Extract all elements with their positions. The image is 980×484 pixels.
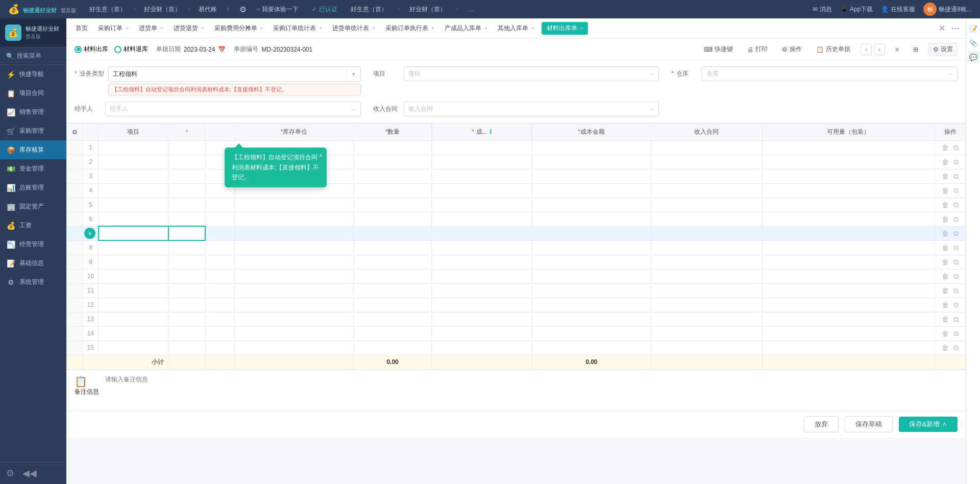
save-new-button[interactable]: 保存&新增 ∧ — [899, 417, 958, 432]
sidebar-item-purchase[interactable]: 🛒 采购管理 — [0, 122, 66, 140]
sidebar-item-ledger[interactable]: 📊 总账管理 — [0, 178, 66, 197]
copy-row-btn[interactable]: ⧉ — [953, 286, 959, 295]
form-settings-btn[interactable]: ⚙ 设置 — [928, 43, 958, 56]
tab-close-purchase-exec[interactable]: × — [431, 26, 434, 31]
sidebar-item-system[interactable]: ⚙ 系统管理 — [0, 273, 66, 292]
delete-row-btn[interactable]: 🗑 — [942, 229, 949, 237]
tab-close-purchase-expense[interactable]: × — [260, 26, 263, 31]
notes-input[interactable] — [105, 375, 958, 390]
cost-price-info-icon[interactable]: ℹ — [489, 128, 492, 135]
copy-row-btn[interactable]: ⧉ — [953, 272, 959, 280]
nav-experience[interactable]: ○ 我要体验一下 — [254, 4, 302, 15]
sidebar-item-project-contract[interactable]: 📋 项目合同 — [0, 84, 66, 103]
nav-settings-icon[interactable]: ⚙ — [236, 4, 250, 15]
tab-close-purchase-stats[interactable]: × — [319, 26, 322, 31]
next-record-btn[interactable]: › — [874, 44, 885, 55]
delete-row-btn[interactable]: 🗑 — [942, 143, 949, 152]
prev-record-btn[interactable]: ‹ — [861, 44, 872, 55]
copy-row-btn[interactable]: ⧉ — [953, 344, 959, 352]
right-sidebar-attach-btn[interactable]: 📎 — [967, 37, 979, 49]
list-view-btn[interactable]: ≡ — [891, 44, 903, 55]
save-draft-button[interactable]: 保存草稿 — [845, 416, 893, 432]
delete-row-btn[interactable]: 🗑 — [942, 201, 949, 209]
nav-good-business2[interactable]: 好生意（首） — [348, 4, 390, 15]
sidebar-item-basic-info[interactable]: 📝 基础信息 — [0, 254, 66, 273]
tab-close-other-receipt[interactable]: × — [531, 26, 534, 31]
copy-row-btn[interactable]: ⧉ — [953, 215, 959, 223]
nav-more[interactable]: … — [465, 5, 477, 14]
table-header-gear[interactable]: ⚙ — [67, 124, 83, 141]
right-sidebar-notes-btn[interactable]: 📝 — [967, 22, 979, 35]
app-download-button[interactable]: 📱 App下载 — [840, 5, 873, 14]
tab-close-goods-return[interactable]: × — [201, 26, 204, 31]
tab-close-purchase-order[interactable]: × — [126, 26, 129, 31]
sidebar-item-inventory[interactable]: 📦 库存核算 — [0, 140, 66, 159]
tab-material-issue[interactable]: 材料出库单× — [542, 22, 589, 35]
sidebar-search[interactable]: 🔍 搜索菜单 — [0, 47, 66, 65]
tab-home[interactable]: 首页 — [72, 22, 91, 35]
copy-row-btn[interactable]: ⧉ — [953, 201, 959, 209]
warehouse-dots[interactable]: ··· — [948, 70, 953, 78]
copy-row-btn[interactable]: ⧉ — [953, 143, 959, 152]
delete-row-btn[interactable]: 🗑 — [942, 258, 949, 266]
tab-close-goods-receipt[interactable]: × — [160, 26, 163, 31]
copy-row-btn[interactable]: ⧉ — [953, 258, 959, 266]
sidebar-item-salary[interactable]: 💰 工资 — [0, 216, 66, 235]
delete-row-btn[interactable]: 🗑 — [942, 315, 949, 323]
tab-purchase-exec[interactable]: 采购订单执行表× — [382, 22, 437, 35]
delete-row-btn[interactable]: 🗑 — [942, 329, 949, 337]
close-all-tabs[interactable]: ✕ — [939, 23, 945, 33]
sidebar-item-sales[interactable]: 📈 销售管理 — [0, 103, 66, 122]
print-btn[interactable]: 🖨 打印 — [743, 43, 772, 55]
copy-row-btn[interactable]: ⧉ — [953, 244, 959, 252]
delete-row-btn[interactable]: 🗑 — [942, 215, 949, 223]
tab-close-goods-stats[interactable]: × — [372, 26, 375, 31]
delete-row-btn[interactable]: 🗑 — [942, 272, 949, 280]
tooltip-close-btn[interactable]: × — [318, 151, 323, 161]
delete-row-btn[interactable]: 🗑 — [942, 286, 949, 295]
tab-goods-stats[interactable]: 进货单统计表× — [329, 22, 378, 35]
copy-row-btn[interactable]: ⧉ — [953, 172, 959, 180]
add-row-button[interactable]: + — [84, 228, 95, 239]
copy-row-btn[interactable]: ⧉ — [953, 315, 959, 323]
tab-close-material-issue[interactable]: × — [580, 26, 583, 31]
nav-easy-agent[interactable]: 易代账 — [195, 4, 220, 15]
sidebar-settings-btn[interactable]: ⚙ — [6, 468, 14, 479]
sidebar-item-finance[interactable]: 💵 资金管理 — [0, 159, 66, 178]
history-btn[interactable]: 📋 历史单据 — [812, 43, 854, 55]
online-service-button[interactable]: 👤 在线客服 — [881, 5, 915, 14]
project-dots[interactable]: ··· — [649, 70, 654, 78]
grid-view-btn[interactable]: ⊞ — [909, 44, 922, 55]
radio-material-return[interactable]: 材料退库 — [114, 45, 148, 54]
nav-good-business[interactable]: 好生意（首） — [86, 4, 129, 15]
right-sidebar-chat-btn[interactable]: 💬 — [967, 51, 979, 63]
delete-row-btn[interactable]: 🗑 — [942, 158, 949, 166]
delete-row-btn[interactable]: 🗑 — [942, 244, 949, 252]
delete-row-btn[interactable]: 🗑 — [942, 186, 949, 195]
copy-row-btn[interactable]: ⧉ — [953, 229, 959, 237]
tab-purchase-order[interactable]: 采购订单× — [95, 22, 132, 35]
delete-row-btn[interactable]: 🗑 — [942, 301, 949, 309]
handler-dots[interactable]: ··· — [351, 106, 356, 113]
operation-btn[interactable]: ⚙ 操作 — [778, 43, 806, 55]
discard-button[interactable]: 放弃 — [804, 416, 839, 432]
user-menu[interactable]: 畅 畅捷通8账... — [923, 3, 972, 16]
sidebar-item-operations[interactable]: 📉 经营管理 — [0, 235, 66, 254]
nav-good-wealth2[interactable]: 好业财（首） — [406, 4, 449, 15]
business-type-select[interactable]: 工程领料 ▼ — [108, 66, 361, 82]
copy-row-btn[interactable]: ⧉ — [953, 186, 959, 195]
delete-row-btn[interactable]: 🗑 — [942, 172, 949, 180]
warehouse-input[interactable]: 仓库 ··· — [702, 66, 958, 81]
project-input[interactable]: 项目 ··· — [404, 66, 659, 81]
calendar-icon[interactable]: 📅 — [218, 46, 226, 53]
radio-material-issue[interactable]: 材料出库 — [75, 45, 108, 54]
tab-purchase-expense[interactable]: 采购费用分摊单× — [211, 22, 266, 35]
copy-row-btn[interactable]: ⧉ — [953, 158, 959, 166]
income-contract-input[interactable]: 收入合同 ··· — [404, 102, 659, 116]
sidebar-item-quick-nav[interactable]: ⚡ 快捷导航 — [0, 65, 66, 84]
tab-purchase-stats[interactable]: 采购订单统计表× — [270, 22, 325, 35]
tab-other-receipt[interactable]: 其他入库单× — [495, 22, 537, 35]
income-contract-dots[interactable]: ··· — [649, 106, 654, 113]
sidebar-collapse-btn[interactable]: ◀◀ — [22, 468, 37, 479]
tab-product-receipt[interactable]: 产成品入库单× — [442, 22, 491, 35]
